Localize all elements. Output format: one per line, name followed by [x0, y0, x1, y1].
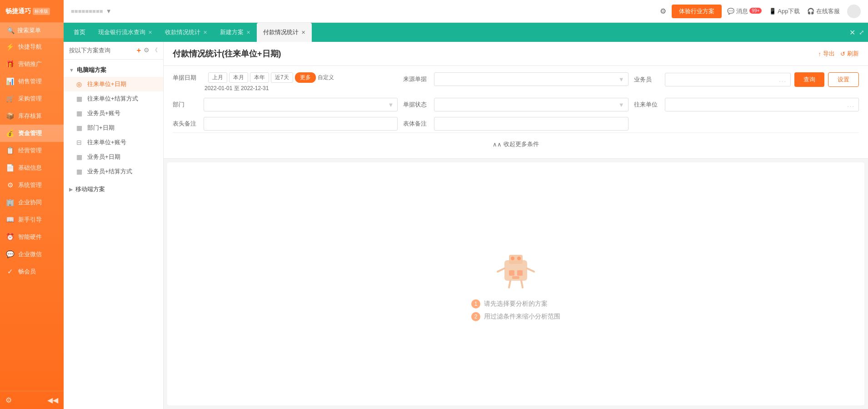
scheme-staff-account-label: 业务员+账号	[87, 109, 120, 117]
scheme-item-partner-settlement[interactable]: ▦ 往来单位+结算方式	[64, 91, 163, 106]
filter-doc-status: 单据状态 ▼	[403, 98, 628, 111]
tab-home[interactable]: 首页	[67, 23, 92, 42]
system-label: 系统管理	[18, 181, 42, 189]
sidebar-item-quick-nav[interactable]: ⚡ 快捷导航	[0, 38, 64, 56]
table-header-note-input[interactable]	[204, 117, 398, 131]
basic-info-icon: 📄	[5, 164, 15, 172]
refresh-btn[interactable]: ↺ 刷新	[840, 50, 859, 58]
sidebar-item-weixin[interactable]: 💬 企业微信	[0, 246, 64, 263]
left-panel-icons: + ⚙ 《	[137, 46, 158, 55]
sidebar-item-hardware[interactable]: ⏰ 智能硬件	[0, 228, 64, 246]
tab-close-all-icon[interactable]: ✕	[849, 28, 855, 37]
guide-label: 新手引导	[18, 216, 42, 224]
sidebar-item-guide[interactable]: 📖 新手引导	[0, 211, 64, 228]
svg-point-2	[511, 257, 514, 260]
sidebar-item-operations[interactable]: 📋 经营管理	[0, 142, 64, 159]
partner-select[interactable]: ...	[665, 98, 859, 111]
sidebar-item-inventory[interactable]: 📦 库存核算	[0, 107, 64, 125]
date-btn-this-year[interactable]: 本年	[250, 72, 269, 83]
tab-cash-flow[interactable]: 现金银行流水查询 ✕	[92, 23, 159, 42]
add-scheme-icon[interactable]: +	[137, 46, 141, 55]
sidebar-settings-btn[interactable]: ⚙	[5, 396, 12, 404]
doc-status-select[interactable]: ▼	[434, 98, 628, 111]
staff-select[interactable]: ...	[665, 73, 791, 86]
scheme-item-staff-settlement[interactable]: ▦ 业务员+结算方式	[64, 164, 163, 179]
user-avatar[interactable]	[847, 5, 861, 18]
basic-info-label: 基础信息	[18, 164, 42, 172]
scheme-item-dept-date[interactable]: ▦ 部门+日期	[64, 121, 163, 135]
scheme-item-partner-date[interactable]: ◎ 往来单位+日期	[64, 77, 163, 91]
date-btn-more[interactable]: 更多	[295, 72, 316, 83]
panel-collapse-icon[interactable]: 《	[152, 46, 158, 55]
sidebar-item-basic-info[interactable]: 📄 基础信息	[0, 159, 64, 177]
date-btn-7days[interactable]: 近7天	[271, 72, 293, 83]
filter-source-doc: 来源单据 ▼	[403, 72, 628, 86]
scheme-settings-icon[interactable]: ⚙	[144, 46, 150, 55]
tab-payment-stats-close-icon[interactable]: ✕	[301, 30, 305, 35]
sidebar-item-member[interactable]: ✓ 畅会员	[0, 263, 64, 280]
tip-text-2: 用过滤条件来缩小分析范围	[484, 313, 560, 321]
date-btn-this-month[interactable]: 本月	[229, 72, 248, 83]
sidebar-item-system[interactable]: ⚙ 系统管理	[0, 177, 64, 194]
tab-cash-flow-close-icon[interactable]: ✕	[148, 30, 152, 35]
marketing-icon: 🎁	[5, 60, 15, 68]
tab-new-scheme-close-icon[interactable]: ✕	[246, 30, 250, 35]
refresh-label: 刷新	[847, 50, 859, 58]
sidebar-item-sales[interactable]: 📊 销售管理	[0, 73, 64, 90]
mobile-scheme-group-header[interactable]: ▶ 移动端方案	[64, 182, 163, 196]
filter-partner: 往来单位 ...	[634, 98, 859, 111]
filter-more-row: ∧∧ 收起更多条件	[173, 132, 859, 152]
empty-state: 1 请先选择要分析的方案 2 用过滤条件来缩小分析范围	[167, 162, 864, 405]
refresh-icon: ↺	[840, 50, 845, 57]
operations-icon: 📋	[5, 146, 15, 155]
desktop-scheme-header[interactable]: ▼ 电脑端方案	[64, 63, 163, 77]
member-icon: ✓	[5, 268, 15, 276]
scheme-item-staff-date[interactable]: ▦ 业务员+日期	[64, 150, 163, 164]
empty-tips: 1 请先选择要分析的方案 2 用过滤条件来缩小分析范围	[471, 299, 560, 321]
dept-select[interactable]: ▼	[204, 98, 398, 111]
topbar-right: 💬 消息 99+ 📱 App下载 🎧 在线客服	[727, 5, 861, 18]
message-section[interactable]: 💬 消息 99+	[727, 7, 762, 15]
tab-expand-icon[interactable]: ⤢	[859, 29, 864, 36]
page-title: 付款情况统计(往来单位+日期)	[173, 48, 281, 59]
tab-receipt-stats-close-icon[interactable]: ✕	[203, 30, 207, 35]
scheme-staff-date-label: 业务员+日期	[87, 153, 120, 161]
staff-dots-icon: ...	[779, 76, 787, 83]
scheme-item-staff-account[interactable]: ▦ 业务员+账号	[64, 106, 163, 121]
operations-label: 经营管理	[18, 146, 42, 155]
tab-new-scheme[interactable]: 新建方案 ✕	[214, 23, 257, 42]
sidebar-item-purchase[interactable]: 🛒 采购管理	[0, 90, 64, 107]
filter-settings-btn[interactable]: 设置	[828, 72, 859, 87]
tip-num-2: 2	[471, 312, 480, 321]
weixin-icon: 💬	[5, 250, 15, 258]
trial-btn[interactable]: 体验行业方案	[672, 5, 722, 18]
robot-svg	[493, 247, 539, 292]
edition-badge: 标准版	[33, 8, 50, 15]
tab-receipt-stats-label: 收款情况统计	[165, 28, 200, 36]
doc-status-label: 单据状态	[403, 101, 430, 109]
tab-receipt-stats[interactable]: 收款情况统计 ✕	[159, 23, 214, 42]
svg-point-3	[517, 257, 521, 260]
source-doc-dropdown-icon: ▼	[619, 76, 624, 83]
sidebar-collapse-btn[interactable]: ◀◀	[47, 396, 58, 404]
date-btn-last-month[interactable]: 上月	[208, 72, 227, 83]
search-icon: 🔍	[7, 27, 15, 34]
source-doc-select[interactable]: ▼	[434, 72, 628, 86]
table-body-note-input[interactable]	[434, 117, 628, 131]
collapse-more-btn[interactable]: ∧∧ 收起更多条件	[489, 136, 543, 152]
scheme-dept-date-label: 部门+日期	[87, 124, 115, 132]
topbar-settings-icon[interactable]: ⚙	[660, 7, 666, 15]
scheme-item-partner-account[interactable]: ⊟ 往来单位+账号	[64, 135, 163, 150]
svg-rect-5	[517, 270, 523, 276]
sidebar-item-finance[interactable]: 💰 资金管理	[0, 125, 64, 142]
sidebar-item-enterprise[interactable]: 🏢 企业协同	[0, 194, 64, 211]
export-btn[interactable]: ↑ 导出	[818, 50, 835, 58]
app-download-btn[interactable]: 📱 App下载	[769, 7, 800, 15]
sidebar-item-marketing[interactable]: 🎁 营销推广	[0, 56, 64, 73]
sidebar-item-search-menu[interactable]: 🔍 搜索菜单	[0, 23, 64, 38]
tab-cash-flow-label: 现金银行流水查询	[98, 28, 145, 36]
query-btn[interactable]: 查询	[794, 72, 824, 87]
tab-payment-stats[interactable]: 付款情况统计 ✕	[257, 23, 312, 42]
date-range-display: 2022-01-01 至 2022-12-31	[205, 85, 269, 91]
online-service-btn[interactable]: 🎧 在线客服	[807, 7, 840, 15]
